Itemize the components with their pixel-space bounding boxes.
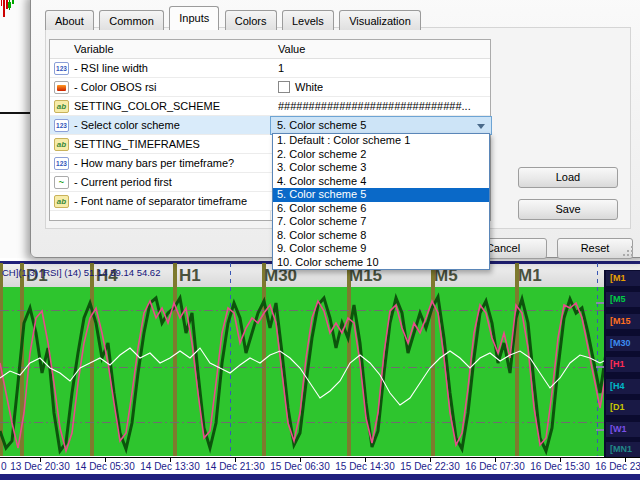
tab-common[interactable]: Common	[99, 10, 164, 30]
color-swatch-white[interactable]	[278, 81, 290, 93]
param-name: - Current period first	[74, 176, 172, 188]
dropdown-item[interactable]: 6. Color scheme 6	[273, 202, 489, 216]
axis-tick	[170, 458, 171, 462]
param-name: - Color OBOS rsi	[74, 81, 157, 93]
column-header-variable: Variable	[74, 43, 114, 55]
param-name: SETTING_COLOR_SCHEME	[74, 100, 220, 112]
number-param-icon: 123	[54, 119, 69, 132]
scale-badge-d1: [D1	[606, 400, 640, 415]
time-axis[interactable]: 0 13 Dec 20:30 14 Dec 05:30 14 Dec 13:30…	[0, 457, 640, 474]
timeframe-separator	[0, 263, 3, 456]
scale-badge-m30: [M30	[606, 336, 640, 351]
timeframe-separator	[262, 263, 266, 456]
scale-badge-m5: [M5	[606, 292, 640, 307]
color-param-icon	[54, 81, 69, 94]
text-param-icon: ab	[54, 195, 69, 208]
period-separator-line	[597, 263, 598, 456]
tab-colors[interactable]: Colors	[225, 10, 277, 30]
timeframe-separator	[20, 263, 24, 456]
time-axis-label: 14 Dec 05:30	[75, 461, 135, 472]
save-button[interactable]: Save	[518, 199, 618, 220]
color-scheme-dropdown-list: 1. Default : Color scheme 1 2. Color sch…	[272, 133, 490, 270]
scale-tick	[596, 366, 604, 368]
scale-tick	[596, 429, 604, 431]
axis-tick	[300, 458, 301, 462]
scale-badge-w1: [W1	[606, 422, 640, 437]
scale-badge-m1: [M1	[606, 271, 640, 286]
dropdown-item[interactable]: 4. Color scheme 4	[273, 175, 489, 189]
time-axis-label: 13 Dec 20:30	[10, 461, 70, 472]
timeframe-separator	[90, 263, 94, 456]
tab-levels[interactable]: Levels	[282, 10, 334, 30]
tab-inputs[interactable]: Inputs	[169, 6, 219, 30]
timeframe-label-m1: M1	[518, 266, 542, 286]
param-row-rsi-line-width[interactable]: 123 - RSI line width 1	[50, 59, 490, 78]
axis-tick	[235, 458, 236, 462]
dropdown-item[interactable]: 7. Color scheme 7	[273, 215, 489, 229]
dropdown-item[interactable]: 9. Color scheme 9	[273, 242, 489, 256]
time-axis-label: 14 Dec 13:30	[140, 461, 200, 472]
resize-grip[interactable]	[623, 245, 634, 256]
param-value[interactable]: White	[278, 81, 323, 93]
dropdown-item[interactable]: 2. Color scheme 2	[273, 148, 489, 162]
time-axis-label: 16 Dec 15:30	[530, 461, 590, 472]
scale-badge-mn1: [MN1	[606, 442, 640, 457]
param-name: - RSI line width	[74, 62, 148, 74]
load-button[interactable]: Load	[518, 167, 618, 188]
param-row-setting-color-scheme[interactable]: ab SETTING_COLOR_SCHEME ################…	[50, 97, 490, 116]
param-name: SETTING_TIMEFRAMES	[74, 138, 200, 150]
text-param-icon: ab	[54, 100, 69, 113]
time-axis-label: 16 Dec 23:30	[595, 461, 640, 472]
curve-param-icon: ~	[54, 176, 69, 189]
rsi-indicator-window: D1 H4 H1 M30 M15 M5 M1 CH](1,3) [RSI] (1…	[0, 258, 640, 480]
text-param-icon: ab	[54, 138, 69, 151]
time-axis-label: 15 Dec 14:30	[335, 461, 395, 472]
column-header-value: Value	[278, 43, 305, 55]
tab-about[interactable]: About	[45, 10, 94, 30]
window-bottom-border	[0, 474, 640, 480]
dropdown-item[interactable]: 1. Default : Color scheme 1	[273, 134, 489, 148]
dialog-tabs: About Common Inputs Colors Levels Visual…	[45, 6, 422, 28]
chevron-down-icon[interactable]	[477, 124, 485, 129]
axis-tick	[365, 458, 366, 462]
rsi-level-line	[0, 310, 604, 311]
dropdown-item-selected[interactable]: 5. Color scheme 5	[273, 188, 489, 202]
candlestick-fragment	[8, 2, 11, 8]
candlestick-fragment	[1, 0, 2, 6]
scale-badge-m15: [M15	[606, 314, 640, 329]
rsi-level-line	[0, 422, 604, 423]
axis-tick	[625, 458, 626, 462]
axis-tick	[430, 458, 431, 462]
combobox-value: 5. Color scheme 5	[277, 119, 366, 131]
rsi-plot-area	[0, 287, 640, 456]
dropdown-item[interactable]: 10. Color scheme 10	[273, 256, 489, 270]
axis-tick	[495, 458, 496, 462]
tab-visualization[interactable]: Visualization	[339, 10, 421, 30]
param-row-color-obos[interactable]: - Color OBOS rsi White	[50, 78, 490, 97]
time-axis-label: 0	[1, 461, 7, 472]
time-axis-label: 15 Dec 06:30	[270, 461, 330, 472]
table-header: Variable Value	[50, 40, 490, 59]
timeframe-separator	[173, 263, 177, 456]
param-value[interactable]: 1	[278, 62, 284, 74]
number-param-icon: 123	[54, 62, 69, 75]
indicator-name-label: CH](1,3) [RSI] (14) 51.14 59.14 54.62	[2, 267, 160, 278]
candlestick-fragment	[3, 0, 5, 17]
time-axis-label: 15 Dec 22:30	[400, 461, 460, 472]
candlestick-fragment	[12, 0, 14, 4]
dropdown-item[interactable]: 3. Color scheme 3	[273, 161, 489, 175]
scale-badge-h1: [H1	[606, 357, 640, 372]
dropdown-item[interactable]: 8. Color scheme 8	[273, 229, 489, 243]
scale-badge-h4: [H4	[606, 379, 640, 394]
reset-button[interactable]: Reset	[557, 238, 633, 259]
timeframe-label-h1: H1	[179, 266, 201, 286]
timeframe-separator	[431, 263, 435, 456]
param-value[interactable]: ##############################...	[278, 100, 471, 112]
axis-tick	[560, 458, 561, 462]
number-param-icon: 123	[54, 157, 69, 170]
axis-tick	[105, 458, 106, 462]
param-name: - Select color scheme	[74, 119, 180, 131]
timeframe-separator	[515, 263, 519, 456]
time-axis-label: 14 Dec 21:30	[205, 461, 265, 472]
price-scale[interactable]: [M1 [M5 [M15 [M30 [H1 [H4 [D1 [W1 [MN1	[604, 270, 640, 457]
